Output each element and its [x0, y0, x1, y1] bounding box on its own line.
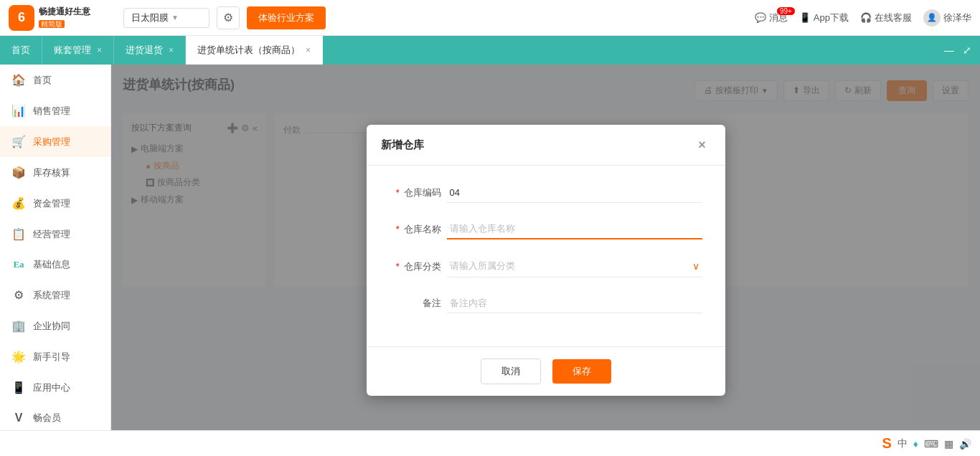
- tab-minimize-icon[interactable]: —: [941, 44, 957, 56]
- store-selector[interactable]: 日太阳膜 ▼: [123, 8, 209, 28]
- tab-home-label: 首页: [11, 44, 30, 57]
- warehouse-code-label: * 仓库编码: [390, 186, 447, 199]
- system-icon: ⚙: [11, 288, 26, 302]
- warehouse-category-row: * 仓库分类 请输入所属分类 ∨: [390, 255, 702, 277]
- trial-button[interactable]: 体验行业方案: [247, 6, 326, 29]
- speaker-bottom-icon[interactable]: 🔊: [959, 438, 971, 450]
- user-avatar: 👤: [923, 9, 941, 27]
- tab-expand-icon[interactable]: ⤢: [960, 44, 974, 56]
- sidebar-item-guide-label: 新手引导: [33, 351, 70, 364]
- store-name: 日太阳膜: [131, 11, 169, 24]
- service-nav[interactable]: 🎧 在线客服: [860, 11, 912, 24]
- sidebar-item-system-label: 系统管理: [33, 289, 70, 302]
- tab-purchase-stats-label: 进货单统计表（按商品）: [197, 44, 300, 57]
- sidebar-item-enterprise[interactable]: 🏢 企业协同: [0, 310, 110, 341]
- warehouse-category-label: * 仓库分类: [390, 260, 447, 273]
- keyboard-icon[interactable]: ⌨: [924, 438, 938, 450]
- required-star-3: *: [396, 261, 400, 272]
- sidebar-item-sales[interactable]: 📊 销售管理: [0, 95, 110, 126]
- sidebar-item-operations-label: 经营管理: [33, 228, 70, 241]
- modal-title: 新增仓库: [381, 138, 424, 152]
- s-logo-icon: S: [882, 435, 892, 452]
- main-layout: 🏠 首页 📊 销售管理 🛒 采购管理 📦 库存核算 💰 资金管理 📋 经营管理 …: [0, 65, 980, 456]
- message-nav[interactable]: 💬 消息 99+: [755, 11, 788, 24]
- remark-input[interactable]: [447, 293, 702, 313]
- tab-purchase-return[interactable]: 进货退货 ×: [114, 36, 186, 65]
- tab-account-close[interactable]: ×: [97, 45, 102, 55]
- content-area: 进货单统计(按商品) 🖨 按模板打印 ▼ ⬆ 导出 ↻ 刷新: [111, 65, 980, 456]
- top-header: 6 畅捷通好生意 精简版 日太阳膜 ▼ ⚙ 体验行业方案 💬 消息 99+ 📱 …: [0, 0, 980, 36]
- settings-button[interactable]: ⚙: [217, 6, 240, 29]
- modal-footer: 取消 保存: [367, 346, 725, 396]
- tab-account[interactable]: 账套管理 ×: [42, 36, 114, 65]
- cancel-button[interactable]: 取消: [481, 358, 541, 384]
- headphone-icon: 🎧: [860, 12, 872, 23]
- warehouse-name-label: * 仓库名称: [390, 223, 447, 236]
- sidebar-item-inventory[interactable]: 📦 库存核算: [0, 157, 110, 188]
- sidebar-item-purchase[interactable]: 🛒 采购管理: [0, 126, 110, 157]
- sidebar-item-operations[interactable]: 📋 经营管理: [0, 219, 110, 250]
- user-name: 徐泽华: [943, 11, 971, 24]
- sidebar-item-app-center-label: 应用中心: [33, 381, 70, 394]
- basic-info-icon: Ea: [11, 259, 26, 270]
- warehouse-name-row: * 仓库名称: [390, 219, 702, 239]
- app-download-nav[interactable]: 📱 App下载: [799, 11, 849, 24]
- required-star: *: [396, 187, 400, 198]
- sidebar-item-vip[interactable]: V 畅会员: [0, 403, 110, 433]
- tab-purchase-return-close[interactable]: ×: [169, 45, 174, 55]
- sidebar-item-sales-label: 销售管理: [33, 105, 70, 118]
- tab-home[interactable]: 首页: [0, 36, 42, 65]
- warehouse-name-input[interactable]: [447, 219, 702, 239]
- sidebar-item-guide[interactable]: 🌟 新手引导: [0, 341, 110, 372]
- gear-icon: ⚙: [223, 11, 233, 24]
- tab-account-label: 账套管理: [54, 44, 91, 57]
- app-center-icon: 📱: [11, 381, 26, 394]
- sidebar-item-home-label: 首页: [33, 74, 52, 87]
- add-warehouse-modal: 新增仓库 × * 仓库编码: [367, 125, 725, 396]
- sidebar-item-finance[interactable]: 💰 资金管理: [0, 188, 110, 219]
- modal-overlay: 新增仓库 × * 仓库编码: [111, 65, 980, 456]
- tab-controls: — ⤢: [936, 36, 980, 65]
- tab-purchase-stats[interactable]: 进货单统计表（按商品） ×: [186, 36, 323, 65]
- close-icon: ×: [698, 138, 706, 153]
- select-arrow-icon: ∨: [692, 260, 699, 272]
- sidebar: 🏠 首页 📊 销售管理 🛒 采购管理 📦 库存核算 💰 资金管理 📋 经营管理 …: [0, 65, 111, 456]
- dot-icon[interactable]: ♦: [913, 438, 918, 450]
- service-label: 在线客服: [875, 11, 912, 24]
- modal-body: * 仓库编码 * 仓库名称: [367, 166, 725, 346]
- category-placeholder: 请输入所属分类: [450, 260, 692, 272]
- save-button[interactable]: 保存: [552, 359, 611, 384]
- grid-icon[interactable]: ▦: [944, 438, 953, 450]
- message-icon: 💬: [755, 12, 766, 23]
- warehouse-category-select[interactable]: 请输入所属分类 ∨: [447, 255, 702, 277]
- tab-purchase-return-label: 进货退货: [126, 44, 163, 57]
- sidebar-item-home[interactable]: 🏠 首页: [0, 65, 110, 95]
- sales-icon: 📊: [11, 104, 26, 118]
- sidebar-item-system[interactable]: ⚙ 系统管理: [0, 280, 110, 310]
- sidebar-item-purchase-label: 采购管理: [33, 136, 70, 148]
- inventory-icon: 📦: [11, 166, 26, 179]
- required-star-2: *: [396, 224, 400, 234]
- sidebar-item-vip-label: 畅会员: [33, 412, 61, 424]
- sidebar-item-basic-info[interactable]: Ea 基础信息: [0, 250, 110, 280]
- mobile-icon: 📱: [799, 12, 811, 23]
- finance-icon: 💰: [11, 196, 26, 210]
- sidebar-item-app-center[interactable]: 📱 应用中心: [0, 372, 110, 403]
- home-icon: 🏠: [11, 73, 26, 87]
- header-right: 💬 消息 99+ 📱 App下载 🎧 在线客服 👤 徐泽华: [755, 9, 971, 27]
- modal-header: 新增仓库 ×: [367, 125, 725, 166]
- purchase-icon: 🛒: [11, 135, 26, 148]
- operations-icon: 📋: [11, 227, 26, 241]
- logo-badge: 精简版: [39, 20, 65, 28]
- sidebar-item-finance-label: 资金管理: [33, 197, 70, 210]
- user-nav[interactable]: 👤 徐泽华: [923, 9, 971, 27]
- tab-bar: 首页 账套管理 × 进货退货 × 进货单统计表（按商品） × — ⤢: [0, 36, 980, 65]
- warehouse-code-input[interactable]: [447, 183, 702, 203]
- vip-icon: V: [11, 412, 26, 424]
- enterprise-icon: 🏢: [11, 319, 26, 333]
- remark-row: 备注: [390, 293, 702, 313]
- modal-close-button[interactable]: ×: [694, 136, 711, 153]
- message-badge: 99+: [777, 7, 795, 15]
- tab-purchase-stats-close[interactable]: ×: [306, 45, 311, 55]
- chinese-input-icon[interactable]: 中: [897, 437, 908, 450]
